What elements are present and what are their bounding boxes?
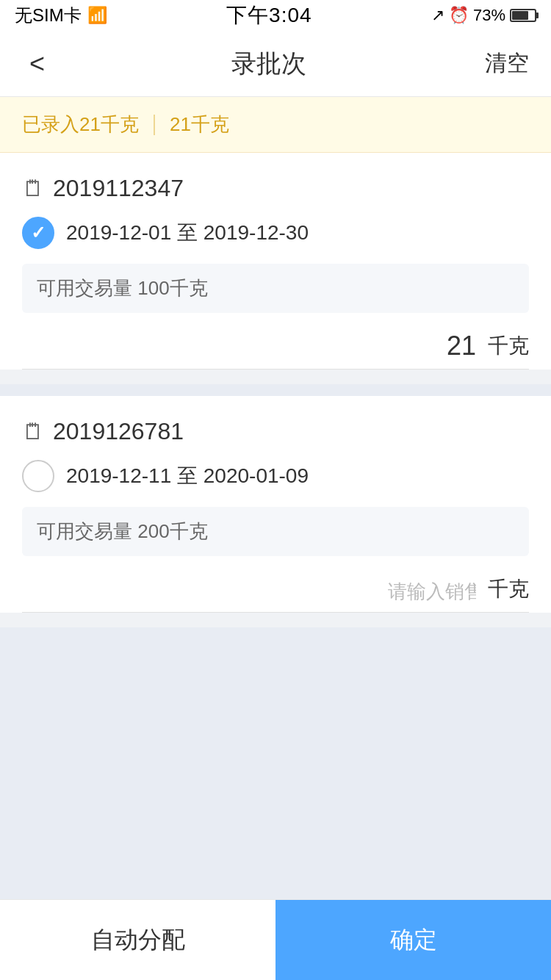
summary-bar: 已录入21千克 21千克 (0, 97, 551, 153)
batch-date-2: 2019-12-11 至 2020-01-09 (66, 462, 309, 490)
bottom-bar: 自动分配 确定 (0, 899, 551, 980)
batch-checkbox-1[interactable] (22, 217, 54, 249)
batch-number-2: 2019126781 (53, 418, 184, 445)
batch-checkbox-2[interactable] (22, 460, 54, 492)
status-right: ↗ ⏰ 73% (431, 6, 536, 25)
wifi-icon: 📶 (87, 6, 107, 25)
batch-card-2: 🗒 2019126781 2019-12-11 至 2020-01-09 可用交… (0, 396, 551, 613)
clear-button[interactable]: 清空 (485, 48, 529, 79)
status-carrier: 无SIM卡 📶 (15, 4, 107, 27)
batch-header-2: 🗒 2019126781 (0, 396, 551, 453)
batch-date-row-1: 2019-12-01 至 2019-12-30 (0, 209, 551, 256)
summary-amount: 21千克 (170, 112, 229, 137)
batch-unit-1: 千克 (488, 332, 529, 360)
carrier-text: 无SIM卡 (15, 4, 82, 27)
batch-quantity-row-2: 千克 (0, 556, 551, 612)
batch-header-1: 🗒 2019112347 (0, 153, 551, 209)
summary-divider (154, 115, 155, 135)
batch-card-1: 🗒 2019112347 2019-12-01 至 2019-12-30 可用交… (0, 153, 551, 370)
status-time: 下午3:04 (226, 1, 312, 29)
batch-available-1: 可用交易量 100千克 (22, 264, 529, 313)
batch-date-row-2: 2019-12-11 至 2020-01-09 (0, 453, 551, 500)
battery-icon (510, 9, 536, 22)
batch-quantity-input-2[interactable] (388, 574, 476, 605)
batch-quantity-divider-2 (22, 612, 529, 613)
confirm-button[interactable]: 确定 (276, 900, 551, 980)
summary-label: 已录入21千克 (22, 112, 139, 137)
alarm-icon: ⏰ (449, 6, 469, 25)
batch-quantity-divider-1 (22, 369, 529, 370)
batch-quantity-row-1: 千克 (0, 313, 551, 369)
batch-icon-2: 🗒 (22, 419, 44, 444)
batch-quantity-input-1[interactable] (388, 331, 476, 361)
section-divider (0, 384, 551, 396)
batch-date-1: 2019-12-01 至 2019-12-30 (66, 219, 309, 247)
batch-icon-1: 🗒 (22, 176, 44, 201)
status-bar: 无SIM卡 📶 下午3:04 ↗ ⏰ 73% (0, 0, 551, 31)
batch-available-2: 可用交易量 200千克 (22, 507, 529, 556)
batch-number-1: 2019112347 (53, 175, 184, 202)
page-title: 录批次 (231, 47, 306, 81)
nav-bar: < 录批次 清空 (0, 31, 551, 97)
empty-area (0, 627, 551, 921)
auto-distribute-button[interactable]: 自动分配 (0, 900, 276, 980)
battery-percent: 73% (473, 6, 505, 25)
batch-unit-2: 千克 (488, 575, 529, 603)
location-icon: ↗ (431, 6, 444, 25)
back-button[interactable]: < (22, 41, 52, 87)
